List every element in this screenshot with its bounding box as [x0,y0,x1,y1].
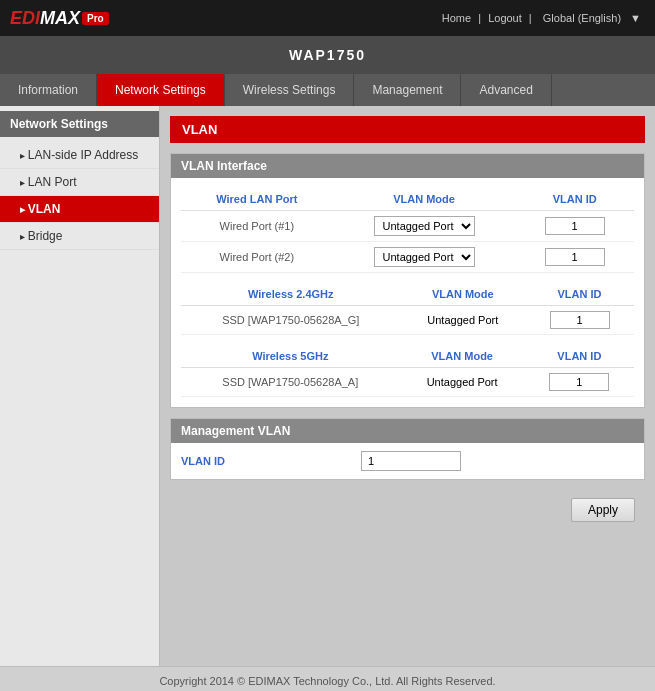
chevron-down-icon: ▼ [630,12,641,24]
footer-text: Copyright 2014 © EDIMAX Technology Co., … [159,675,495,687]
logo-pro: Pro [82,12,109,25]
wired-port-1-mode-select[interactable]: Untagged Port Tagged Port [374,216,475,236]
wired-port-2-id-cell [515,242,634,273]
w24-mode-value: Untagged Port [427,314,498,326]
w5-mode-header: VLAN Mode [400,345,525,368]
wired-port-1-name: Wired Port (#1) [181,211,333,242]
w5-id-cell [525,368,634,397]
logo-text: EDIMAX [10,8,80,29]
w24-ssid-name: SSD [WAP1750-05628A_G] [181,306,401,335]
header-links: Home | Logout | Global (English) ▼ [442,12,645,24]
device-title: WAP1750 [0,36,655,74]
wired-port-2-name: Wired Port (#2) [181,242,333,273]
w24-id-cell [525,306,634,335]
sidebar: Network Settings LAN-side IP Address LAN… [0,106,160,666]
sidebar-title: Network Settings [0,111,159,137]
home-link[interactable]: Home [442,12,471,24]
table-row: SSD [WAP1750-05628A_A] Untagged Port [181,368,634,397]
w5-ssid-name: SSD [WAP1750-05628A_A] [181,368,400,397]
apply-button[interactable]: Apply [571,498,635,522]
wired-id-header: VLAN ID [515,188,634,211]
nav-item-advanced[interactable]: Advanced [461,74,551,106]
mgmt-vlan-label: VLAN ID [181,455,361,467]
vlan-interface-header: VLAN Interface [171,154,644,178]
wired-port-header: Wired LAN Port [181,188,333,211]
w5-port-header: Wireless 5GHz [181,345,400,368]
language-select[interactable]: Global (English) [543,12,621,24]
mgmt-vlan-id-input[interactable] [361,451,461,471]
w5-vlan-id[interactable] [549,373,609,391]
mgmt-vlan-row: VLAN ID [171,443,644,479]
button-row: Apply [170,490,645,530]
nav-item-information[interactable]: Information [0,74,97,106]
table-row: Wired Port (#1) Untagged Port Tagged Por… [181,211,634,242]
table-row: Wired Port (#2) Untagged Port Tagged Por… [181,242,634,273]
main-container: Network Settings LAN-side IP Address LAN… [0,106,655,666]
page-title: VLAN [170,116,645,143]
w24-mode-header: VLAN Mode [401,283,526,306]
sidebar-item-vlan[interactable]: VLAN [0,196,159,223]
w24-port-header: Wireless 2.4GHz [181,283,401,306]
w24-id-header: VLAN ID [525,283,634,306]
header: EDIMAX Pro Home | Logout | Global (Engli… [0,0,655,36]
wired-port-2-mode-select[interactable]: Untagged Port Tagged Port [374,247,475,267]
wireless-5-vlan-table: Wireless 5GHz VLAN Mode VLAN ID SSD [WAP… [181,345,634,397]
logout-link[interactable]: Logout [488,12,522,24]
nav-item-wireless-settings[interactable]: Wireless Settings [225,74,355,106]
w5-id-header: VLAN ID [525,345,634,368]
nav-item-management[interactable]: Management [354,74,461,106]
sidebar-item-lan-ip[interactable]: LAN-side IP Address [0,142,159,169]
logo: EDIMAX Pro [10,8,109,29]
w5-mode-value: Untagged Port [427,376,498,388]
wired-vlan-table: Wired LAN Port VLAN Mode VLAN ID Wired P… [181,188,634,273]
nav-menu: Information Network Settings Wireless Se… [0,74,655,106]
sidebar-item-lan-port[interactable]: LAN Port [0,169,159,196]
wireless-24-vlan-table: Wireless 2.4GHz VLAN Mode VLAN ID SSD [W… [181,283,634,335]
wired-port-1-mode-cell: Untagged Port Tagged Port [333,211,516,242]
w5-mode-cell: Untagged Port [400,368,525,397]
footer: Copyright 2014 © EDIMAX Technology Co., … [0,666,655,691]
wired-port-2-mode-cell: Untagged Port Tagged Port [333,242,516,273]
vlan-interface-section: VLAN Interface Wired LAN Port VLAN Mode … [170,153,645,408]
sidebar-item-bridge[interactable]: Bridge [0,223,159,250]
wired-port-1-vlan-id[interactable] [545,217,605,235]
wired-port-2-vlan-id[interactable] [545,248,605,266]
w24-vlan-id[interactable] [550,311,610,329]
nav-item-network-settings[interactable]: Network Settings [97,74,225,106]
table-row: SSD [WAP1750-05628A_G] Untagged Port [181,306,634,335]
wired-mode-header: VLAN Mode [333,188,516,211]
wired-port-1-id-cell [515,211,634,242]
w24-mode-cell: Untagged Port [401,306,526,335]
mgmt-vlan-section: Management VLAN VLAN ID [170,418,645,480]
content-area: VLAN VLAN Interface Wired LAN Port VLAN … [160,106,655,666]
vlan-interface-body: Wired LAN Port VLAN Mode VLAN ID Wired P… [171,178,644,407]
mgmt-vlan-header: Management VLAN [171,419,644,443]
